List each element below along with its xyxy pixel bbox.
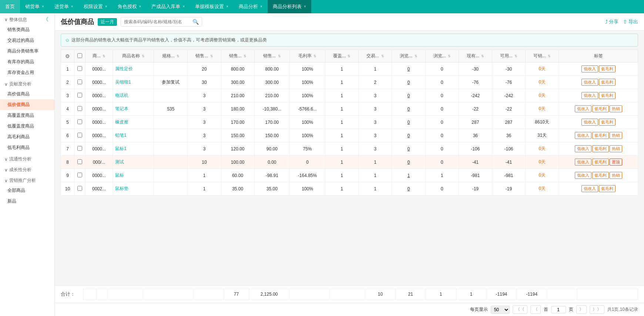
sidebar-group-circulation[interactable]: ∨ 流通性分析 — [0, 153, 54, 164]
row-name[interactable]: 吴细细1 — [113, 76, 154, 89]
sidebar-item-new-products[interactable]: 新品 — [0, 196, 54, 207]
th-browse1[interactable]: 浏览... ⇅ — [392, 50, 425, 62]
next-page-btn[interactable]: 〉 — [576, 305, 587, 314]
close-purchase-order-icon[interactable]: × — [71, 0, 73, 13]
sidebar-item-sales-products[interactable]: 销售类商品 — [0, 24, 54, 35]
browse1-link[interactable]: 0 — [407, 106, 410, 112]
sidebar-group-marketing[interactable]: ∨ 营销推广分析 — [0, 174, 54, 185]
sidebar-group-contribution[interactable]: ∨ 贡献度分析 — [0, 78, 54, 89]
row-name[interactable]: 橡皮擦 — [113, 116, 154, 129]
sidebar-item-low-margin[interactable]: 低毛利商品 — [0, 142, 54, 153]
row-name[interactable]: 电话机 — [113, 89, 154, 102]
row-checkbox[interactable] — [74, 116, 85, 129]
nav-role-auth[interactable]: 角色授权 × — [113, 0, 147, 13]
row-name[interactable]: 鼠标垫 — [113, 182, 154, 196]
nav-permission[interactable]: 权限设置 × — [78, 0, 113, 13]
th-gear[interactable]: ⚙ — [61, 50, 74, 62]
search-input[interactable] — [124, 19, 191, 24]
sidebar-item-low-coverage[interactable]: 低覆盖度商品 — [0, 121, 54, 132]
row-name[interactable]: 铅笔1 — [113, 129, 154, 142]
th-name[interactable]: 商品名称 ⇅ — [113, 50, 154, 62]
browse1-link[interactable]: 0 — [407, 160, 410, 165]
th-trade[interactable]: 交易... ⇅ — [359, 50, 392, 62]
th-spec[interactable]: 规格... ⇅ — [154, 50, 188, 62]
page-number-input[interactable] — [551, 306, 566, 313]
row-name[interactable]: 测试 — [113, 156, 154, 169]
th-sales-profit[interactable]: 销售... ⇅ — [254, 50, 289, 62]
th-sales-qty[interactable]: 销售... ⇅ — [188, 50, 221, 62]
th-available-stock[interactable]: 可用... ⇅ — [492, 50, 525, 62]
close-permission-icon[interactable]: × — [105, 0, 107, 13]
row-name[interactable]: 属性定价 — [113, 62, 154, 76]
row-browse1[interactable]: 0 — [392, 89, 425, 102]
row-checkbox[interactable] — [74, 62, 85, 76]
th-current-stock[interactable]: 现有... ⇅ — [459, 50, 492, 62]
prev-page-btn[interactable]: 〈 — [530, 305, 541, 314]
sidebar-item-high-value[interactable]: 高价值商品 — [0, 89, 54, 99]
nav-template-settings[interactable]: 单据模板设置 × — [190, 0, 234, 13]
export-button[interactable]: ⇧ 导出 — [623, 18, 638, 25]
row-checkbox[interactable] — [74, 76, 85, 89]
close-template-settings-icon[interactable]: × — [226, 0, 228, 13]
sidebar-item-all-products[interactable]: 全部商品 — [0, 185, 54, 196]
th-sales-amount[interactable]: 销售... ⇅ — [221, 50, 254, 62]
sidebar-group-overall[interactable]: ∨ 整体信息 《 — [0, 13, 54, 24]
th-code[interactable]: 商... ⇅ — [85, 50, 113, 62]
row-browse1[interactable]: 0 — [392, 129, 425, 142]
sidebar-item-low-value[interactable]: 低价值商品 — [0, 99, 54, 110]
close-product-inbound-icon[interactable]: × — [182, 0, 185, 13]
sidebar-item-category-sales-rate[interactable]: 商品分类销售率 — [0, 46, 54, 57]
sidebar-collapse-btn[interactable]: 《 — [42, 16, 50, 23]
row-checkbox[interactable] — [74, 102, 85, 116]
row-browse1[interactable]: 0 — [392, 62, 425, 76]
column-settings-icon[interactable]: ⚙ — [65, 53, 70, 59]
close-product-analysis-icon[interactable]: × — [260, 0, 262, 13]
sidebar-item-high-coverage[interactable]: 高覆盖度商品 — [0, 110, 54, 121]
nav-home[interactable]: 首页 — [0, 0, 20, 13]
browse1-link[interactable]: 0 — [407, 93, 410, 98]
browse1-link[interactable]: 0 — [407, 80, 410, 85]
row-name[interactable]: 鼠标1 — [113, 142, 154, 156]
nav-sales-order[interactable]: 销货单 × — [20, 0, 49, 13]
browse1-link[interactable]: 0 — [407, 67, 410, 72]
th-sellable-stock[interactable]: 可销... ⇅ — [526, 50, 559, 62]
time-filter-badge[interactable]: 近一月 — [98, 18, 117, 26]
sidebar-group-growth[interactable]: ∨ 成长性分析 — [0, 164, 54, 174]
row-checkbox[interactable] — [74, 169, 85, 182]
last-page-btn[interactable]: 〉〉 — [590, 305, 604, 314]
row-browse1[interactable]: 0 — [392, 76, 425, 89]
row-browse1[interactable]: 0 — [392, 102, 425, 116]
th-coverage[interactable]: 覆盖... ⇅ — [325, 50, 359, 62]
row-browse1[interactable]: 0 — [392, 156, 425, 169]
row-name[interactable]: 鼠标 — [113, 169, 154, 182]
close-sales-order-icon[interactable]: × — [42, 0, 44, 13]
browse1-link[interactable]: 0 — [407, 133, 410, 138]
search-box[interactable]: 🔍 — [121, 17, 202, 27]
row-checkbox[interactable] — [74, 182, 85, 196]
row-name[interactable]: 笔记本 — [113, 102, 154, 116]
browse1-link[interactable]: 0 — [407, 186, 410, 191]
page-size-select[interactable]: 50 100 200 — [491, 306, 510, 314]
share-button[interactable]: ⤴ 分享 — [605, 18, 618, 25]
row-checkbox[interactable] — [74, 156, 85, 169]
row-browse1[interactable]: 0 — [392, 116, 425, 129]
th-browse2[interactable]: 浏览... ⇅ — [425, 50, 459, 62]
th-gross-margin[interactable]: 毛利率 ⇅ — [289, 50, 325, 62]
row-browse1[interactable]: 1 — [392, 169, 425, 182]
row-browse1[interactable]: 0 — [392, 142, 425, 156]
row-checkbox[interactable] — [74, 129, 85, 142]
nav-product-analysis-list[interactable]: 商品分析列表 × — [268, 0, 311, 13]
row-checkbox[interactable] — [74, 142, 85, 156]
browse1-link[interactable]: 0 — [407, 120, 410, 125]
sidebar-item-stocked-products[interactable]: 有库存的商品 — [0, 57, 54, 67]
row-browse1[interactable]: 0 — [392, 182, 425, 196]
sidebar-item-high-margin[interactable]: 高毛利商品 — [0, 132, 54, 142]
close-product-analysis-list-icon[interactable]: × — [304, 0, 306, 13]
nav-product-inbound[interactable]: 产成品入库单 × — [146, 0, 190, 13]
close-role-auth-icon[interactable]: × — [139, 0, 141, 13]
first-page-btn[interactable]: 〈〈 — [513, 305, 527, 314]
browse1-link[interactable]: 1 — [407, 173, 410, 178]
row-checkbox[interactable] — [74, 89, 85, 102]
sidebar-item-stock-capital[interactable]: 库存资金占用 — [0, 67, 54, 78]
browse1-link[interactable]: 0 — [407, 146, 410, 152]
